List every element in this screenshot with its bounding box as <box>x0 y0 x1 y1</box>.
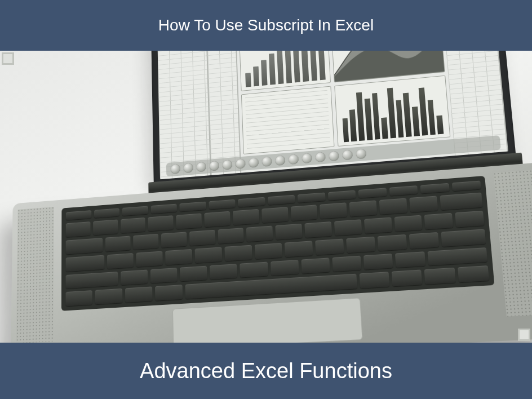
data-rows-panel <box>241 86 334 154</box>
column-chart-panel <box>334 75 450 147</box>
bottom-banner-title: Advanced Excel Functions <box>140 359 392 383</box>
corner-marker-top-left <box>2 52 14 65</box>
bar-chart-panel <box>238 51 330 91</box>
top-banner-title: How To Use Subscript In Excel <box>158 16 374 34</box>
dock-icon <box>302 153 312 164</box>
speaker-grille-right <box>494 170 532 317</box>
dock-icon <box>329 151 339 162</box>
dock-icon <box>196 162 206 172</box>
laptop-deck <box>11 162 532 343</box>
dock-icon <box>209 161 219 171</box>
dock-icon <box>249 157 259 168</box>
bottom-banner: Advanced Excel Functions <box>0 343 532 399</box>
laptop-illustration <box>42 51 532 343</box>
laptop-keyboard <box>61 176 495 311</box>
dock-icon <box>288 154 299 165</box>
dock-icon <box>315 152 326 163</box>
dock-icon <box>171 164 181 174</box>
corner-marker-bottom-right <box>518 329 530 341</box>
dock-icon <box>261 156 272 167</box>
chart-grid <box>238 51 450 154</box>
hero-image <box>0 51 532 343</box>
laptop-trackpad <box>172 298 363 343</box>
dock-icon <box>236 158 246 169</box>
dock-icon <box>183 163 193 173</box>
top-banner: How To Use Subscript In Excel <box>0 0 532 51</box>
dock-icon <box>342 150 353 161</box>
speaker-grille-left <box>16 207 54 343</box>
dock-icon <box>222 159 232 170</box>
dock-icon <box>275 155 286 166</box>
dock-icon <box>356 149 366 159</box>
